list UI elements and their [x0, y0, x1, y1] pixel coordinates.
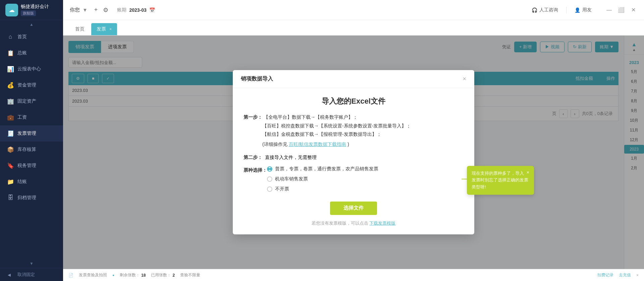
archive-icon: 🗄 — [7, 194, 14, 202]
topbar: 你您 ▼ + ⚙ 账期 2023-03 📅 🎧 人工咨询 👤 — [63, 0, 644, 20]
sidebar-label-close: 结账 — [17, 179, 56, 185]
fund-icon: 💰 — [7, 81, 14, 89]
sidebar-item-inventory[interactable]: 📦 库存核算 — [0, 142, 63, 158]
user-menu[interactable]: 👤 用友 — [575, 7, 592, 13]
step1-item-3: 【航信】金税盘数据下载→【报税管理-发票数据导出】； — [262, 130, 464, 138]
used-label: 已用张数： — [151, 272, 171, 278]
sidebar-item-salary[interactable]: 💼 工资 — [0, 109, 63, 125]
logo-badge: 旗舰版 — [21, 10, 36, 16]
sidebar-item-home[interactable]: ⌂ 首页 — [0, 29, 63, 45]
sidebar: ☁ 畅捷通好会计 旗舰版 ▲ ⌂ 首页 📋 总账 📊 云报表中心 💰 — [0, 0, 63, 281]
sidebar-item-invoice[interactable]: 🧾 发票管理 — [0, 125, 63, 142]
tab-invoice[interactable]: 发票 × — [91, 23, 117, 35]
salary-icon: 💼 — [7, 114, 14, 121]
footer-used: 已用张数： 2 — [151, 272, 175, 278]
logo-icon: ☁ — [5, 4, 18, 16]
modal-header: 销项数据导入 × — [233, 70, 474, 88]
modal-backdrop[interactable]: 销项数据导入 × 导入您的Excel文件 第一步： 【全电平台】数据下载→【税务… — [63, 36, 644, 269]
footer-right: 扣费记录 去充值 × — [597, 272, 639, 278]
ticket-section: 票种选择： 普票，专票，卷票，通行费发票，农产品销售发票 — [244, 166, 464, 192]
sidebar-label-tax: 税务管理 — [17, 163, 56, 169]
remaining-label: 剩余张数： — [120, 272, 140, 278]
company-name: 你您 — [70, 7, 80, 13]
headset-icon: 🎧 — [532, 7, 537, 13]
window-close-button[interactable]: ✕ — [629, 6, 637, 14]
radio-group: 普票，专票，卷票，通行费发票，农产品销售发票 机动车销售发票 — [267, 166, 378, 192]
tooltip-close-btn[interactable]: × — [527, 170, 529, 174]
sidebar-item-close[interactable]: 📁 结账 — [0, 174, 63, 190]
sidebar-item-asset[interactable]: 🏢 固定资产 — [0, 93, 63, 109]
footer-label: 发票查验及拍照 — [79, 272, 107, 278]
inventory-icon: 📦 — [7, 146, 14, 153]
maximize-button[interactable]: ⬜ — [617, 6, 625, 14]
sidebar-scroll-down[interactable]: ▼ — [0, 259, 63, 268]
settings-icon[interactable]: ⚙ — [103, 6, 108, 14]
footer-remaining: 剩余张数： 18 — [120, 272, 146, 278]
radio-circle-1 — [267, 166, 272, 172]
select-file-button[interactable]: 选择文件 — [330, 202, 377, 215]
radio-option-1[interactable]: 普票，专票，卷票，通行费发票，农产品销售发票 — [267, 166, 378, 172]
tab-home[interactable]: 首页 — [70, 23, 90, 35]
tab-invoice-close[interactable]: × — [109, 27, 112, 32]
radio-label-1: 普票，专票，卷票，通行费发票，农产品销售发票 — [275, 166, 378, 172]
step1-link-pre: (详细操作见 — [262, 142, 287, 147]
tooltip-text: 现在支持的票种多了，导入发票时别忘了选择正确的发票类型呀! — [472, 170, 528, 189]
modal-title: 销项数据导入 — [241, 75, 273, 82]
modal-import: 销项数据导入 × 导入您的Excel文件 第一步： 【全电平台】数据下载→【税务… — [233, 70, 474, 234]
window-controls: — ⬜ ✕ — [605, 6, 637, 14]
step1-link-post: ) — [347, 142, 349, 147]
sidebar-item-tax[interactable]: 🔖 税务管理 — [0, 158, 63, 174]
modal-body: 导入您的Excel文件 第一步： 【全电平台】数据下载→【税务数字账户】； 【百… — [233, 88, 474, 234]
step1-first-item: 【全电平台】数据下载→【税务数字账户】； — [264, 114, 358, 120]
sidebar-unpin[interactable]: ◄ 取消固定 — [0, 268, 63, 281]
radio-label-3: 不开票 — [275, 186, 289, 192]
sidebar-item-report[interactable]: 📊 云报表中心 — [0, 61, 63, 77]
radio-label-2: 机动车销售发票 — [275, 176, 308, 182]
download-template-link[interactable]: 下载发票模版 — [369, 221, 395, 226]
calendar-icon[interactable]: 📅 — [149, 7, 155, 13]
fee-record-link[interactable]: 扣费记录 — [597, 272, 613, 278]
tab-home-label: 首页 — [75, 26, 85, 32]
step-1-section: 第一步： 【全电平台】数据下载→【税务数字账户】； 【百旺】税控盘数据下载→【系… — [244, 114, 464, 149]
invoice-icon: 🧾 — [7, 130, 14, 137]
add-company-button[interactable]: + — [94, 6, 98, 13]
radio-option-3[interactable]: 不开票 — [267, 186, 378, 192]
consult-button[interactable]: 🎧 人工咨询 — [532, 7, 558, 13]
pin-icon: ◄ — [7, 272, 14, 278]
period-value: 2023-03 — [129, 7, 146, 13]
radio-circle-2 — [267, 176, 272, 182]
sidebar-item-ledger[interactable]: 📋 总账 — [0, 45, 63, 61]
report-icon: 📊 — [7, 65, 14, 73]
minimize-button[interactable]: — — [605, 6, 613, 14]
topbar-separator — [566, 7, 567, 13]
ledger-icon: 📋 — [7, 49, 14, 57]
period-display: 账期 2023-03 📅 — [117, 7, 155, 13]
step2-label: 第二步： — [244, 155, 262, 160]
sidebar-nav: ⌂ 首页 📋 总账 📊 云报表中心 💰 资金管理 🏢 固定资产 💼 工资 — [0, 29, 63, 259]
sidebar-item-archive[interactable]: 🗄 归档管理 — [0, 190, 63, 206]
period-label: 账期 — [117, 7, 126, 13]
footer-close-button[interactable]: × — [636, 273, 639, 278]
sidebar-item-fund[interactable]: 💰 资金管理 — [0, 77, 63, 93]
used-value: 2 — [172, 273, 175, 278]
recharge-link[interactable]: 去充值 — [619, 272, 631, 278]
sidebar-scroll-up[interactable]: ▲ — [0, 20, 63, 29]
topbar-actions: + ⚙ 账期 2023-03 📅 — [94, 6, 155, 14]
close-book-icon: 📁 — [7, 178, 14, 185]
footer-pre: 若您没有发票模版，可以点击 — [312, 221, 368, 226]
company-selector[interactable]: 你您 ▼ — [70, 7, 88, 13]
modal-close-button[interactable]: × — [463, 75, 466, 82]
sidebar-label-report: 云报表中心 — [17, 66, 56, 72]
logo-cloud-icon: ☁ — [9, 6, 15, 14]
step1-guide-link[interactable]: 百旺/航信发票数据下载指南 — [289, 142, 346, 147]
footer-bar: 📄 发票查验及拍照 ● 剩余张数： 18 已用张数： 2 查验不限量 扣费记录 … — [63, 269, 644, 281]
logo-title: 畅捷通好会计 — [21, 4, 49, 10]
asset-icon: 🏢 — [7, 98, 14, 105]
sidebar-label-ledger: 总账 — [17, 50, 56, 56]
tab-invoice-label: 发票 — [97, 26, 106, 32]
radio-option-2[interactable]: 机动车销售发票 — [267, 176, 378, 182]
step1-link-row: (详细操作见 百旺/航信发票数据下载指南 ) — [262, 140, 464, 149]
tooltip-bubble: × 现在支持的票种多了，导入发票时别忘了选择正确的发票类型呀! — [467, 166, 534, 194]
radio-circle-3 — [267, 186, 272, 192]
select-file-area: 选择文件 — [244, 202, 464, 215]
